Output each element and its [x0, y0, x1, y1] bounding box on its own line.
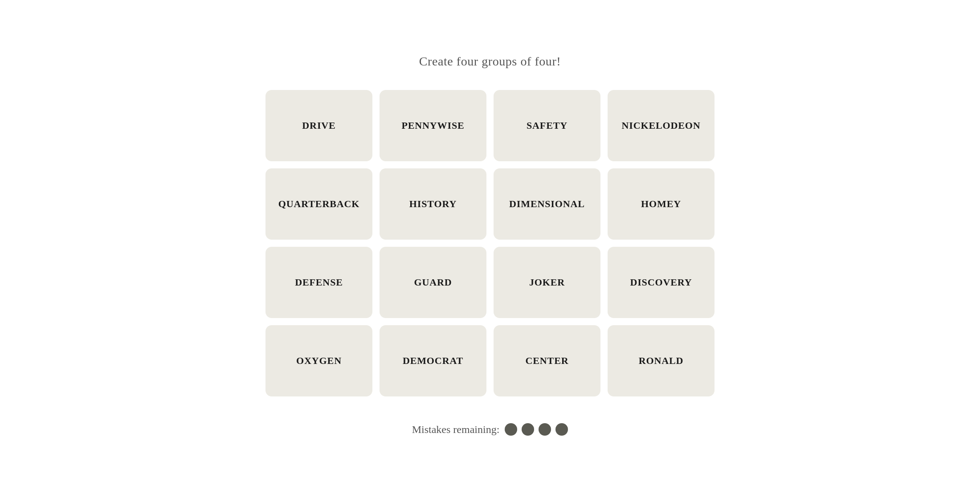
- tile-ronald[interactable]: RONALD: [608, 325, 715, 396]
- tile-safety[interactable]: SAFETY: [494, 90, 600, 161]
- tile-quarterback[interactable]: QUARTERBACK: [265, 168, 372, 240]
- tile-label-democrat: DEMOCRAT: [399, 351, 467, 370]
- tile-dimensional[interactable]: DIMENSIONAL: [494, 168, 600, 240]
- tile-label-history: HISTORY: [406, 195, 460, 213]
- mistakes-remaining-row: Mistakes remaining:: [412, 423, 568, 436]
- tile-label-ronald: RONALD: [635, 351, 687, 370]
- tile-oxygen[interactable]: OXYGEN: [265, 325, 372, 396]
- mistake-dot-4: [555, 423, 568, 436]
- tile-label-oxygen: OXYGEN: [293, 351, 345, 370]
- tile-drive[interactable]: DRIVE: [265, 90, 372, 161]
- tile-label-homey: HOMEY: [637, 195, 685, 213]
- mistake-dot-2: [522, 423, 534, 436]
- mistake-dot-1: [505, 423, 517, 436]
- tile-label-safety: SAFETY: [523, 116, 571, 135]
- game-grid: DRIVEPENNYWISESAFETYNICKELODEONQUARTERBA…: [265, 90, 715, 396]
- tile-discovery[interactable]: DISCOVERY: [608, 247, 715, 318]
- tile-nickelodeon[interactable]: NICKELODEON: [608, 90, 715, 161]
- tile-label-defense: DEFENSE: [291, 273, 347, 292]
- tile-label-drive: DRIVE: [298, 116, 339, 135]
- tile-pennywise[interactable]: PENNYWISE: [380, 90, 486, 161]
- tile-label-joker: JOKER: [526, 273, 568, 292]
- tile-label-center: CENTER: [522, 351, 572, 370]
- tile-guard[interactable]: GUARD: [380, 247, 486, 318]
- game-subtitle: Create four groups of four!: [419, 54, 561, 69]
- tile-label-quarterback: QUARTERBACK: [275, 195, 363, 213]
- tile-joker[interactable]: JOKER: [494, 247, 600, 318]
- tile-democrat[interactable]: DEMOCRAT: [380, 325, 486, 396]
- tile-label-nickelodeon: NICKELODEON: [618, 116, 704, 135]
- tile-defense[interactable]: DEFENSE: [265, 247, 372, 318]
- tile-homey[interactable]: HOMEY: [608, 168, 715, 240]
- tile-label-discovery: DISCOVERY: [626, 273, 695, 292]
- tile-label-guard: GUARD: [410, 273, 455, 292]
- tile-center[interactable]: CENTER: [494, 325, 600, 396]
- tile-label-pennywise: PENNYWISE: [398, 116, 468, 135]
- tile-history[interactable]: HISTORY: [380, 168, 486, 240]
- tile-label-dimensional: DIMENSIONAL: [506, 195, 588, 213]
- mistake-dot-3: [539, 423, 551, 436]
- mistakes-label: Mistakes remaining:: [412, 424, 500, 436]
- mistakes-dots: [505, 423, 568, 436]
